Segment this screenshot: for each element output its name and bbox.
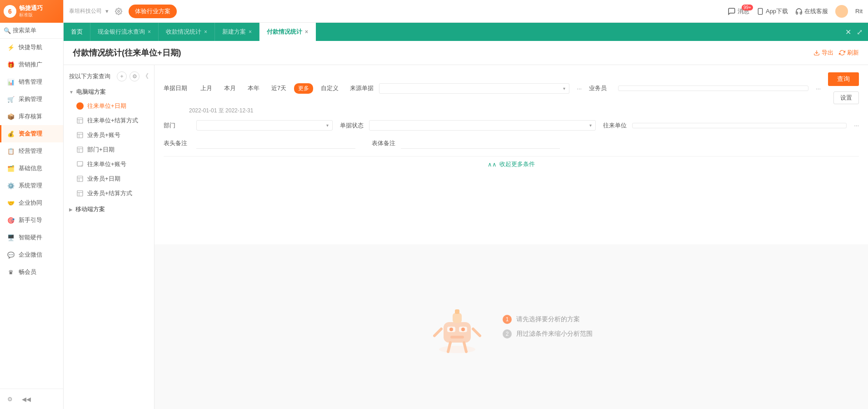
source-voucher-section: 来源单据 ▾ ··· [350,83,582,94]
sidebar-item-basic-info[interactable]: 🗂️ 基础信息 [0,160,63,177]
export-btn[interactable]: 导出 [813,49,833,57]
source-voucher-select[interactable]: ▾ [379,83,569,94]
sidebar-item-weixin[interactable]: 💬 企业微信 [0,246,63,263]
scheme-item-counterpart-date[interactable]: 往来单位+日期 [64,99,154,113]
scheme-item-salesman-settlement[interactable]: 业务员+结算方式 [64,186,154,201]
tab-home[interactable]: 首页 [64,23,90,41]
scheme-group-desktop-header[interactable]: ▼ 电脑端方案 [64,85,154,99]
scheme-panel-actions: + ⚙ 《 [117,71,149,81]
svg-rect-1 [758,8,762,14]
sidebar-item-marketing[interactable]: 🎁 营销推广 [0,56,63,73]
voucher-status-select[interactable]: ▾ [369,120,596,131]
svg-line-33 [473,329,480,336]
username-label[interactable]: Rit [855,8,863,15]
collapse-more-btn[interactable]: ∧∧ 收起更多条件 [164,156,859,172]
sidebar-item-quick-nav[interactable]: ⚡ 快捷导航 [0,39,63,56]
svg-rect-30 [453,313,462,323]
sidebar-item-guide-label: 新手引导 [19,216,42,224]
scheme-add-btn[interactable]: + [117,71,127,81]
counterpart-select[interactable] [632,123,847,128]
guide-icon: 🎯 [7,216,15,224]
sidebar-item-hardware[interactable]: 🖥️ 智能硬件 [0,229,63,246]
tab-new-scheme-close[interactable]: × [249,29,252,35]
sidebar-item-inventory[interactable]: 📦 库存核算 [0,108,63,125]
query-btn[interactable]: 查询 [828,72,859,86]
sidebar-item-member[interactable]: ♛ 畅会员 [0,263,63,281]
empty-state: 1 请先选择要分析的方案 2 用过滤条件来缩小分析范围 [155,244,868,409]
footer-collapse-btn[interactable]: ◀◀ [20,393,33,405]
empty-tip-2: 2 用过滤条件来缩小分析范围 [503,329,593,338]
date-more-btn[interactable]: 更多 [294,83,313,94]
counterpart-dots[interactable]: ··· [854,122,859,129]
trial-btn[interactable]: 体验行业方案 [129,5,177,18]
online-service-btn[interactable]: 在线客服 [795,7,828,15]
sidebar-item-operation[interactable]: 📋 经营管理 [0,142,63,160]
scheme-group-mobile-label: 移动端方案 [75,205,105,213]
date-this-year-btn[interactable]: 本年 [244,82,264,94]
tab-bank-flow[interactable]: 现金银行流水查询 × [90,23,159,41]
sidebar-item-capital[interactable]: 💰 资金管理 [0,125,63,142]
footer-settings-btn[interactable]: ⚙ [4,393,16,405]
hardware-icon: 🖥️ [7,233,15,242]
tab-bar: 首页 现金银行流水查询 × 收款情况统计 × 新建方案 × 付款情况统计 × ✕… [64,23,868,41]
scheme-panel-header: 按以下方案查询 + ⚙ 《 [64,69,154,85]
sidebar-item-quick-nav-label: 快捷导航 [19,43,42,51]
sidebar-item-guide[interactable]: 🎯 新手引导 [0,212,63,229]
svg-point-0 [118,10,120,12]
date-options: 上月 本月 本年 近7天 更多 自定义 [196,82,343,94]
sidebar-item-sales[interactable]: 📊 销售管理 [0,73,63,91]
scheme-panel-title: 按以下方案查询 [69,72,110,81]
scheme-group-desktop-arrow: ▼ [69,90,74,95]
tab-bank-flow-close[interactable]: × [148,29,151,35]
sidebar-item-marketing-label: 营销推广 [19,61,42,69]
scheme-item-salesman-date[interactable]: 业务员+日期 [64,172,154,186]
date-this-month-btn[interactable]: 本月 [220,82,240,94]
date-last-7days-btn[interactable]: 近7天 [267,82,290,94]
company-dropdown-icon[interactable]: ▾ [105,8,109,15]
counterpart-label: 往来单位 [603,121,629,130]
scheme-settings-btn[interactable]: ⚙ [130,71,140,81]
sidebar-item-member-label: 畅会员 [19,268,36,276]
tab-collection-stats[interactable]: 收款情况统计 × [159,23,215,41]
scheme-group-mobile-header[interactable]: ▶ 移动端方案 [64,202,154,216]
tab-payment-stats[interactable]: 付款情况统计 × [259,23,316,41]
purchase-icon: 🛒 [7,95,15,103]
scheme-item-counterpart-date-icon [76,102,84,110]
tab-collection-stats-close[interactable]: × [204,29,207,35]
filter-row-3: 表头备注 表体备注 [164,138,859,149]
sidebar-item-enterprise[interactable]: 🤝 企业协同 [0,194,63,212]
scheme-item-salesman-account[interactable]: 业务员+账号 [64,128,154,142]
company-name: 泰坦科技公司 [69,7,102,15]
tab-close-all-btn[interactable]: ✕ [845,28,851,36]
date-custom-btn[interactable]: 自定义 [317,82,343,94]
scheme-group-mobile-arrow: ▶ [69,207,73,212]
scheme-item-dept-date[interactable]: 部门+日期 [64,142,154,157]
scheme-item-counterpart-settlement[interactable]: 往来单位+结算方式 [64,113,154,128]
salesman-select[interactable] [618,86,808,91]
search-menu[interactable]: 🔍 搜索菜单 [0,23,63,39]
message-btn[interactable]: 消息 99+ [728,7,749,15]
tab-payment-stats-close[interactable]: × [305,29,308,35]
salesman-dots[interactable]: ··· [816,85,821,92]
filter-settings-btn[interactable]: 设置 [833,91,859,104]
dept-select[interactable]: ▾ [196,120,333,131]
scheme-panel: 按以下方案查询 + ⚙ 《 ▼ 电脑端方案 往来单位+日期 [64,65,155,409]
app-download-btn[interactable]: App下载 [757,7,788,15]
sidebar-item-system[interactable]: ⚙️ 系统管理 [0,177,63,194]
member-icon: ♛ [7,268,15,276]
date-last-month-btn[interactable]: 上月 [196,82,216,94]
table-body-note-input[interactable] [401,138,560,149]
scheme-item-salesman-account-label: 业务员+账号 [87,131,120,139]
table-head-note-input[interactable] [196,138,355,149]
svg-rect-20 [77,191,83,196]
tab-expand-btn[interactable]: ⤢ [857,28,863,36]
scheme-panel-collapse-btn[interactable]: 《 [142,72,149,81]
refresh-btn[interactable]: 刷新 [839,49,859,57]
svg-point-28 [461,328,465,331]
topbar-settings-btn[interactable] [112,5,125,18]
scheme-item-dept-date-label: 部门+日期 [87,146,115,154]
sidebar-item-purchase[interactable]: 🛒 采购管理 [0,91,63,108]
tab-new-scheme[interactable]: 新建方案 × [215,23,259,41]
scheme-item-counterpart-account[interactable]: 往来单位+账号 [64,157,154,172]
source-voucher-dots[interactable]: ··· [577,85,582,92]
